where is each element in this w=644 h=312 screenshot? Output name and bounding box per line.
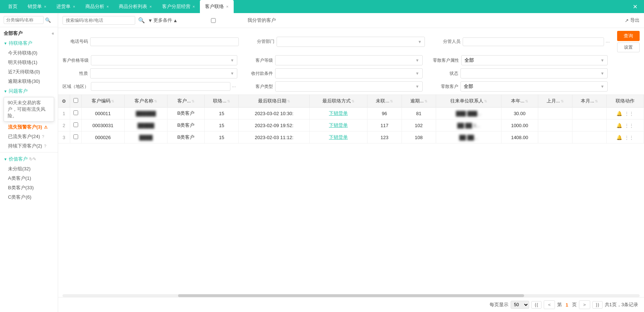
col-this-year[interactable]: 本年...⇅: [501, 95, 538, 108]
close-icon[interactable]: ×: [149, 4, 152, 9]
col-this-month[interactable]: 本月...⇅: [572, 95, 607, 108]
close-icon[interactable]: ×: [106, 4, 109, 9]
row-actions[interactable]: 🔔 ⋮⋮: [607, 119, 644, 131]
sidebar-item-c-class[interactable]: C类客户(6): [0, 193, 58, 202]
sidebar-item-churn-warning[interactable]: 流失预警客户(3) ⚠: [0, 122, 58, 132]
more-actions-icon[interactable]: ⋮⋮: [624, 123, 634, 128]
col-checkbox[interactable]: [70, 95, 81, 108]
contact-icon[interactable]: 🔔: [616, 135, 622, 140]
customer-grade-select[interactable]: ▼: [275, 55, 422, 65]
row-checkbox[interactable]: [73, 134, 78, 139]
scrollbar-thumb[interactable]: [178, 294, 524, 297]
sidebar-group-value[interactable]: ▼ 价值客户 ↻ ✎: [0, 154, 58, 164]
export-button[interactable]: ↗ 导出: [625, 17, 640, 24]
tab-sales[interactable]: 销货单 ×: [23, 0, 51, 13]
retail-attr-select[interactable]: 全部 ▼: [461, 55, 608, 65]
select-all-checkbox[interactable]: [73, 98, 78, 103]
edit-icon[interactable]: ✎: [33, 157, 36, 162]
query-button[interactable]: 查询: [617, 31, 640, 41]
col-not-contacted[interactable]: 未联...⇅: [367, 95, 402, 108]
col-code[interactable]: 客户编码⇅: [81, 95, 124, 108]
search-button[interactable]: 🔍: [138, 17, 145, 24]
my-customers-checkbox-label[interactable]: 我分管的客户: [181, 17, 276, 24]
col-settings[interactable]: ⚙: [58, 95, 70, 108]
gender-select[interactable]: ▼: [90, 68, 237, 78]
row-checkbox-cell[interactable]: [70, 131, 81, 143]
region-ellipsis-icon[interactable]: ···: [230, 84, 238, 89]
sidebar-item-7days[interactable]: 近7天待联络(0): [0, 67, 58, 77]
status-select[interactable]: ▼: [460, 68, 608, 78]
row-checkbox[interactable]: [73, 122, 78, 127]
col-overdue[interactable]: 逾期...⇅: [402, 95, 436, 108]
close-icon-active[interactable]: ×: [226, 4, 228, 9]
main-layout: 🔍 全部客户 « ▼ 待联络客户 今天待联络(0) 明天待联络(1) 近7天待联…: [0, 13, 644, 312]
window-close-button[interactable]: ✕: [629, 3, 641, 10]
retail-customer-select[interactable]: 全部 ▼: [460, 81, 608, 92]
tab-customer-contact[interactable]: 客户联络 ×: [200, 0, 233, 13]
col-last-month[interactable]: 上月...⇅: [538, 95, 572, 108]
col-last-method[interactable]: 最后联络方式⇅: [309, 95, 367, 108]
row-unit-contact: ███ ███...: [436, 108, 501, 119]
sidebar-search-icon[interactable]: 🔍: [45, 17, 51, 23]
close-icon[interactable]: ×: [44, 4, 46, 9]
collapse-icon[interactable]: «: [52, 31, 54, 36]
more-actions-icon[interactable]: ⋮⋮: [624, 111, 634, 116]
more-actions-icon[interactable]: ⋮⋮: [624, 135, 634, 140]
horizontal-scrollbar[interactable]: [63, 294, 640, 297]
region-input[interactable]: [91, 82, 230, 91]
tab-customer-layer[interactable]: 客户分层经营 ×: [157, 0, 200, 13]
sidebar-item-declining[interactable]: 持续下滑客户(2) ?: [0, 141, 58, 151]
refresh-icon[interactable]: ↻: [29, 157, 33, 162]
customer-type-select[interactable]: ▼: [275, 81, 422, 92]
dept-select[interactable]: ▼: [277, 37, 425, 47]
search-input[interactable]: [63, 16, 135, 25]
sidebar-search-input[interactable]: [4, 16, 44, 24]
next-page-button[interactable]: ＞: [579, 300, 590, 309]
row-checkbox-cell[interactable]: [70, 119, 81, 131]
prev-page-button[interactable]: ＜: [544, 300, 555, 309]
more-conditions-button[interactable]: ▼ 更多条件 ▲: [148, 17, 178, 24]
ellipsis-icon[interactable]: ···: [604, 39, 611, 45]
sidebar-item-ungrouped[interactable]: 未分组(32): [0, 164, 58, 174]
col-unit-contact[interactable]: 往来单位联系人⇅: [436, 95, 501, 108]
close-icon[interactable]: ×: [73, 4, 75, 9]
manager-input[interactable]: [463, 37, 604, 46]
sidebar-item-overdue[interactable]: 逾期未联络(30): [0, 77, 58, 86]
col-contact-count[interactable]: 联络...⇅: [205, 95, 239, 108]
sidebar-group-pending[interactable]: ▼ 待联络客户: [0, 38, 58, 48]
payment-select[interactable]: ▼: [275, 68, 422, 78]
phone-input[interactable]: [90, 37, 239, 46]
row-last-method[interactable]: 下销货单: [309, 131, 367, 143]
row-checkbox[interactable]: [73, 110, 78, 115]
row-last-method[interactable]: 下销货单: [309, 108, 367, 119]
tab-analysis[interactable]: 商品分析 ×: [80, 0, 114, 13]
price-grade-select[interactable]: ▼: [91, 55, 237, 65]
col-type[interactable]: 客户...⇅: [168, 95, 205, 108]
col-name[interactable]: 客户名称⇅: [124, 95, 167, 108]
tab-purchase[interactable]: 进货单 ×: [51, 0, 80, 13]
per-page-select[interactable]: 50 100: [511, 301, 529, 309]
sidebar-group-problem[interactable]: ▼ 问题客户: [0, 86, 58, 96]
filter-row-3: 性质 ▼ 收付款条件 ▼ 状态: [63, 68, 640, 78]
sidebar-item-today[interactable]: 今天待联络(0): [0, 48, 58, 58]
sidebar-item-a-class[interactable]: A类客户(1): [0, 174, 58, 183]
tab-analysis-list[interactable]: 商品分析列表 ×: [114, 0, 157, 13]
col-last-date[interactable]: 最后联络日期⇅: [239, 95, 309, 108]
sidebar-item-churned[interactable]: 已流失客户(24) ?: [0, 132, 58, 141]
sidebar-item-b-class[interactable]: B类客户(33): [0, 183, 58, 193]
contact-icon[interactable]: 🔔: [616, 111, 622, 116]
row-last-method[interactable]: 下销货单: [309, 119, 367, 131]
sidebar-root[interactable]: 全部客户 «: [0, 27, 58, 38]
row-checkbox-cell[interactable]: [70, 108, 81, 119]
first-page-button[interactable]: ⟨⟨: [531, 301, 542, 309]
contact-icon[interactable]: 🔔: [616, 123, 622, 128]
last-page-button[interactable]: ⟩⟩: [592, 301, 603, 309]
row-actions[interactable]: 🔔 ⋮⋮: [607, 108, 644, 119]
settings-button[interactable]: 设置: [617, 42, 640, 52]
tab-home[interactable]: 首页: [3, 0, 23, 13]
close-icon[interactable]: ×: [193, 4, 195, 9]
sidebar-item-tomorrow[interactable]: 明天待联络(1): [0, 58, 58, 67]
my-customers-checkbox[interactable]: [181, 18, 246, 23]
row-actions[interactable]: 🔔 ⋮⋮: [607, 131, 644, 143]
row-this-month: [572, 131, 607, 143]
